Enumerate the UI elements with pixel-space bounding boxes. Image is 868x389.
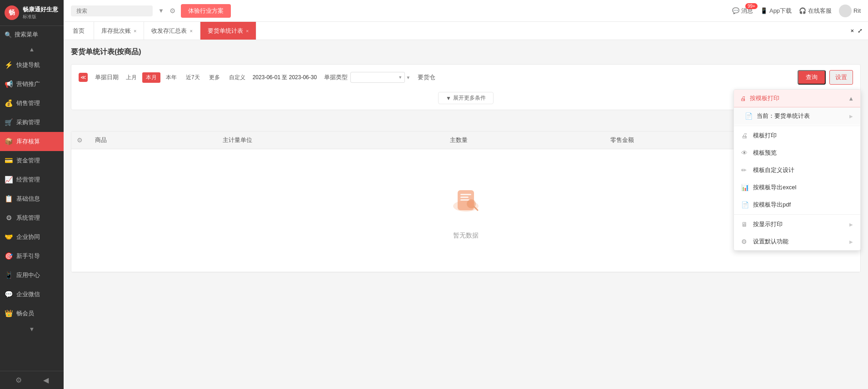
date-option-custom[interactable]: 自定义	[225, 72, 249, 83]
topbar: ▼ ⚙ 体验行业方案 💬 消息 99+ 📱 App下载 🎧 在线客服 Rit	[64, 0, 868, 22]
tab-receipt-summary[interactable]: 收发存汇总表 ×	[144, 22, 200, 40]
svg-rect-3	[460, 197, 469, 198]
sidebar-bottom: ⚙ ◀	[0, 371, 64, 389]
default-settings-icon: ⚙	[741, 238, 748, 245]
sidebar-logo: 畅 畅康通好生意 标准版	[0, 0, 64, 26]
sidebar-collapse-icon[interactable]: ◀	[43, 376, 49, 384]
date-option-this-month[interactable]: 本月	[142, 72, 160, 83]
user-avatar[interactable]: Rit	[839, 5, 861, 17]
topbar-settings-icon[interactable]: ⚙	[170, 7, 175, 15]
date-option-last-7-days[interactable]: 近7天	[182, 72, 204, 83]
sidebar-search[interactable]: 🔍 搜索菜单	[0, 26, 64, 43]
sidebar-scroll-up[interactable]: ▲	[0, 43, 64, 56]
print-dropdown-menu: 🖨 按模板打印 ▲ 📄 当前：要货单统计表 ▶ 🖨 模板打印	[733, 89, 861, 251]
filter-row: ≪ 单据日期 上月 本月 本年 近7天 更多 自定义 2023-06-01 至 …	[79, 70, 853, 85]
trial-button[interactable]: 体验行业方案	[181, 4, 231, 18]
tab-order-stats[interactable]: 要货单统计表 ×	[200, 22, 256, 40]
sidebar-item-operations[interactable]: 📈 经营管理	[0, 170, 64, 189]
member-icon: 👑	[5, 309, 13, 318]
sidebar-item-quick-nav[interactable]: ⚡ 快捷导航	[0, 56, 64, 75]
app-download-button[interactable]: 📱 App下载	[760, 7, 792, 15]
template-preview-icon: 👁	[741, 149, 748, 157]
table-column-settings-icon[interactable]: ⚙	[77, 136, 83, 144]
marketing-icon: 📢	[5, 80, 13, 88]
menu-template-design[interactable]: ✏ 模板自定义设计	[734, 162, 860, 179]
topbar-search-input[interactable]	[71, 5, 153, 16]
tabs-right-controls: × ⤢	[850, 27, 868, 34]
tabs-bar: 首页 库存批次账 × 收发存汇总表 × 要货单统计表 × × ⤢	[64, 22, 868, 40]
tab-close-inventory-batch[interactable]: ×	[134, 28, 136, 34]
display-print-icon: 🖥	[741, 221, 748, 228]
tab-close-order-stats[interactable]: ×	[246, 28, 249, 34]
topbar-dropdown-icon[interactable]: ▼	[158, 7, 164, 14]
sidebar-item-marketing[interactable]: 📢 营销推广	[0, 75, 64, 94]
sidebar-item-inventory[interactable]: 📦 库存核算	[0, 132, 64, 151]
message-icon: 💬	[732, 7, 739, 14]
col-header-product: 商品	[90, 131, 217, 149]
print-current-template[interactable]: 📄 当前：要货单统计表 ▶	[734, 107, 860, 125]
sidebar-scroll-down[interactable]: ▼	[0, 323, 64, 335]
sidebar-item-purchase[interactable]: 🛒 采购管理	[0, 113, 64, 132]
menu-default-settings[interactable]: ⚙ 设置默认功能 ▶	[734, 233, 860, 250]
sidebar-item-finance[interactable]: 💳 资金管理	[0, 151, 64, 170]
messages-button[interactable]: 💬 消息 99+	[732, 7, 753, 15]
page-content: 要货单统计表(按商品) ≪ 单据日期 上月 本月 本年 近7天 更多 自定义 2…	[64, 40, 868, 389]
date-filter: 单据日期 上月 本月 本年 近7天 更多 自定义 2023-06-01 至 20…	[95, 72, 317, 83]
sales-icon: 💰	[5, 99, 13, 107]
menu-template-excel[interactable]: 📊 按模板导出excel	[734, 179, 860, 196]
tab-home[interactable]: 首页	[64, 22, 94, 40]
expand-icon: ▼	[446, 95, 451, 101]
finance-icon: 💳	[5, 157, 13, 165]
sidebar-item-wechat[interactable]: 💬 企业微信	[0, 285, 64, 304]
svg-rect-2	[460, 194, 471, 195]
type-select-wrapper	[350, 72, 405, 83]
print-dropdown-controls: ▲	[848, 95, 854, 102]
online-service-button[interactable]: 🎧 在线客服	[799, 7, 832, 15]
app-logo-text: 畅康通好生意 标准版	[23, 5, 58, 20]
query-button[interactable]: 查询	[798, 70, 826, 85]
empty-text: 暂无数据	[453, 232, 479, 240]
menu-display-print[interactable]: 🖥 按显示打印 ▶	[734, 216, 860, 233]
default-settings-expand: ▶	[849, 239, 853, 244]
warehouse-label: 要货仓	[418, 73, 435, 81]
main-area: ▼ ⚙ 体验行业方案 💬 消息 99+ 📱 App下载 🎧 在线客服 Rit	[64, 0, 868, 389]
sidebar-item-sales[interactable]: 💰 销售管理	[0, 94, 64, 113]
filter-collapse-button[interactable]: ≪	[79, 73, 88, 82]
svg-rect-4	[460, 199, 469, 201]
svg-point-6	[469, 201, 474, 207]
template-print-icon: 🖨	[741, 132, 748, 139]
quick-nav-icon: ⚡	[5, 61, 13, 69]
current-template-expand: ▶	[849, 114, 853, 119]
sidebar-item-enterprise[interactable]: 🤝 企业协同	[0, 227, 64, 247]
print-dropdown-title: 🖨 按模板打印	[740, 94, 779, 102]
template-excel-icon: 📊	[741, 184, 748, 191]
sidebar-item-basic[interactable]: 📋 基础信息	[0, 189, 64, 208]
wechat-icon: 💬	[5, 290, 13, 298]
menu-template-print[interactable]: 🖨 模板打印	[734, 127, 860, 144]
sidebar-settings-icon[interactable]: ⚙	[15, 376, 22, 384]
print-dropdown-expand-icon[interactable]: ▲	[848, 95, 854, 102]
tab-inventory-batch[interactable]: 库存批次账 ×	[94, 22, 144, 40]
sidebar-item-system[interactable]: ⚙ 系统管理	[0, 208, 64, 227]
sidebar-item-member[interactable]: 👑 畅会员	[0, 304, 64, 323]
date-range: 2023-06-01 至 2023-06-30	[253, 74, 317, 81]
window-close-icon[interactable]: ×	[850, 27, 854, 34]
menu-template-pdf[interactable]: 📄 按模板导出pdf	[734, 196, 860, 213]
app-logo-icon: 畅	[5, 5, 19, 20]
sidebar-item-apps[interactable]: 📱 应用中心	[0, 266, 64, 285]
date-option-last-month[interactable]: 上月	[122, 72, 140, 83]
date-options: 上月 本月 本年 近7天 更多 自定义	[122, 72, 249, 83]
menu-template-preview[interactable]: 👁 模板预览	[734, 144, 860, 162]
settings-button[interactable]: 设置	[829, 70, 853, 85]
avatar-image	[839, 5, 852, 17]
page-title: 要货单统计表(按商品)	[71, 47, 861, 57]
type-select[interactable]	[350, 72, 405, 83]
date-option-more[interactable]: 更多	[205, 72, 224, 83]
tab-close-receipt-summary[interactable]: ×	[190, 28, 192, 34]
window-maximize-icon[interactable]: ⤢	[858, 27, 863, 34]
sidebar-item-guide[interactable]: 🎯 新手引导	[0, 247, 64, 266]
date-option-this-year[interactable]: 本年	[162, 72, 180, 83]
document-type-filter: 单据类型 ▼	[324, 72, 410, 83]
expand-filter-button[interactable]: ▼ 展开更多条件	[438, 92, 494, 104]
search-icon: 🔍	[5, 31, 12, 38]
